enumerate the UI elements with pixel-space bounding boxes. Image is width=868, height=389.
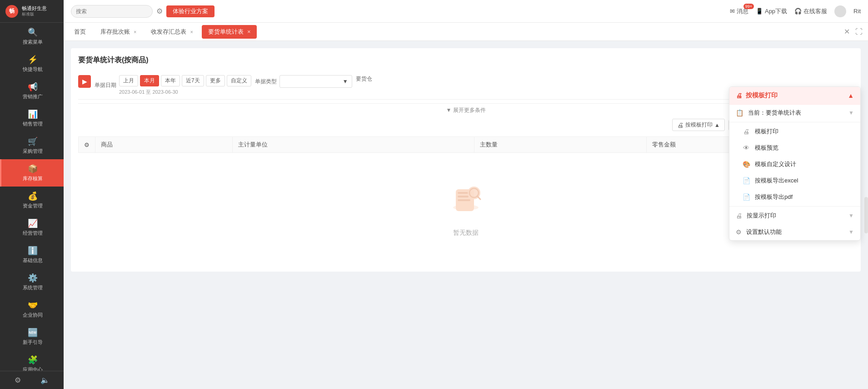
date-btn-more[interactable]: 更多 [206,75,225,86]
col-checkbox[interactable]: ⚙ [79,137,95,153]
dropdown-divider-2 [729,206,860,207]
marketing-icon: 📢 [28,82,38,92]
template-preview-label: 模板预览 [755,144,778,152]
username-label: Rit [853,8,861,15]
app-download-button[interactable]: 📱 App下载 [756,7,787,15]
sidebar-item-apps[interactable]: 🧩 应用中心 [0,350,64,371]
service-icon: 🎧 [794,8,802,15]
svg-rect-3 [458,196,469,197]
empty-text: 暂无数据 [453,229,479,237]
current-template-label: 当前：要货单统计表 [748,109,801,117]
tab-close-all-button[interactable]: ✕ [842,25,852,38]
sidebar-item-inventory[interactable]: 📦 库存核算 [0,159,64,187]
tab-order-stats-close[interactable]: × [247,28,251,35]
export-pdf-icon: 📄 [742,193,750,201]
date-btn-7days[interactable]: 近7天 [182,75,204,86]
sidebar-item-search[interactable]: 🔍 搜索菜单 [0,23,64,50]
template-print-item-label: 模板打印 [755,127,778,136]
sidebar-item-finance[interactable]: 💰 资金管理 [0,187,64,214]
sidebar-nav: 🔍 搜索菜单 ⚡ 快捷导航 📢 营销推广 📊 销售管理 🛒 采购管理 📦 库存核… [0,23,64,371]
sidebar-item-label: 库存核算 [23,175,43,182]
sidebar-item-collab[interactable]: 🤝 企业协同 [0,296,64,323]
sidebar-item-label: 应用中心 [23,366,43,371]
online-service-button[interactable]: 🎧 在线客服 [794,7,827,15]
current-template-chevron: ▼ [848,110,854,116]
display-print-label: 按显示打印 [747,212,776,220]
dropdown-collapse-button[interactable]: ▲ [848,92,854,99]
date-btn-prev-month[interactable]: 上月 [119,75,138,86]
dropdown-current-left: 📋 当前：要货单统计表 [736,109,801,117]
avatar[interactable] [834,5,846,17]
filter-toggle-button[interactable]: ▶ [78,75,91,88]
sidebar-item-quicknav[interactable]: ⚡ 快捷导航 [0,50,64,77]
settings-bottom-icon[interactable]: ⚙ [15,376,21,384]
chevron-right-icon: ▶ [82,78,87,85]
tab-batch-account-close[interactable]: × [134,29,136,35]
sidebar-item-sales[interactable]: 📊 销售管理 [0,105,64,132]
template-print-item-icon: 🖨 [742,128,750,135]
tab-maximize-button[interactable]: ⛶ [853,26,864,38]
dropdown-item-template-preview[interactable]: 👁 模板预览 [729,140,860,156]
date-btn-this-year[interactable]: 本年 [161,75,180,86]
finance-icon: 💰 [28,191,38,201]
tab-receivables[interactable]: 收发存汇总表 × [144,24,200,40]
date-btn-custom[interactable]: 自定义 [227,75,251,86]
category-filter-label: 要货仓 [356,75,372,83]
sidebar: 畅 畅通好生意 标准版 🔍 搜索菜单 ⚡ 快捷导航 📢 营销推广 📊 销售管理 … [0,0,64,389]
date-btn-this-month[interactable]: 本月 [140,75,159,86]
template-custom-label: 模板自定义设计 [755,160,796,168]
current-template-icon: 📋 [736,109,743,116]
sales-icon: 📊 [28,109,38,119]
date-filter-label: 单据日期 [95,81,116,89]
header-right: ✉ 消息 99+ 📱 App下载 🎧 在线客服 Rit [730,5,861,17]
svg-rect-4 [458,199,470,201]
dropdown-item-template-custom[interactable]: 🎨 模板自定义设计 [729,156,860,172]
dropdown-title: 按模板打印 [746,91,778,100]
sidebar-item-marketing[interactable]: 📢 营销推广 [0,77,64,105]
trial-button[interactable]: 体验行业方案 [166,5,215,17]
messages-button[interactable]: ✉ 消息 99+ [730,7,748,15]
tab-receivables-label: 收发存汇总表 [151,28,186,36]
type-select[interactable]: ▼ [279,75,352,88]
template-print-button[interactable]: 🖨 按模板打印 ▲ [672,119,725,131]
sidebar-item-system[interactable]: ⚙️ 系统管理 [0,268,64,296]
gear-col-icon: ⚙ [84,141,90,148]
dropdown-header-left: 🖨 按模板打印 [736,91,778,100]
dropdown-header[interactable]: 🖨 按模板打印 ▲ [729,87,860,105]
gear-icon[interactable]: ⚙ [156,7,163,15]
tab-home[interactable]: 首页 [67,24,93,40]
dropdown-item-template-print[interactable]: 🖨 模板打印 [729,123,860,140]
sidebar-item-guide[interactable]: 🆕 新手引导 [0,323,64,350]
collab-icon: 🤝 [28,300,38,310]
sidebar-item-operations[interactable]: 📈 经营管理 [0,214,64,241]
sidebar-item-purchase[interactable]: 🛒 采购管理 [0,132,64,159]
scroll-indicator[interactable] [864,197,868,233]
dropdown-item-export-excel[interactable]: 📄 按模板导出excel [729,172,860,189]
dropdown-current-template[interactable]: 📋 当前：要货单统计表 ▼ [729,105,860,121]
template-preview-icon: 👁 [742,144,750,152]
tab-receivables-close[interactable]: × [190,29,193,35]
download-icon: 📱 [756,8,763,15]
default-func-icon: ⚙ [736,228,742,236]
page-title: 要货单统计表(按商品) [78,56,853,65]
purchase-icon: 🛒 [28,136,38,147]
dropdown-display-print[interactable]: 🖨 按显示打印 ▼ [729,207,860,224]
page-area: 要货单统计表(按商品) ▶ 单据日期 上月 本月 本年 近7天 更多 [64,41,868,389]
export-excel-icon: 📄 [742,177,750,184]
sidebar-item-label: 资金管理 [23,202,43,209]
dropdown-item-export-pdf[interactable]: 📄 按模板导出pdf [729,189,860,205]
logo-icon: 畅 [5,5,18,18]
sidebar-item-label: 经营管理 [23,230,43,237]
messages-count: 99+ [743,4,754,9]
sidebar-bottom: ⚙ 🔈 [0,371,64,389]
tab-batch-account[interactable]: 库存批次账 × [94,24,143,40]
sidebar-item-basic[interactable]: ℹ️ 基础信息 [0,241,64,268]
display-print-chevron: ▼ [848,212,854,219]
type-select-chevron: ▼ [343,78,348,85]
audio-bottom-icon[interactable]: 🔈 [40,376,50,384]
search-input[interactable] [71,5,153,18]
date-range-text: 2023-06-01 至 2023-06-30 [119,89,251,96]
app-download-label: App下载 [765,7,787,15]
dropdown-default-func[interactable]: ⚙ 设置默认功能 ▼ [729,224,860,240]
tab-order-stats[interactable]: 要货单统计表 × [202,25,257,39]
